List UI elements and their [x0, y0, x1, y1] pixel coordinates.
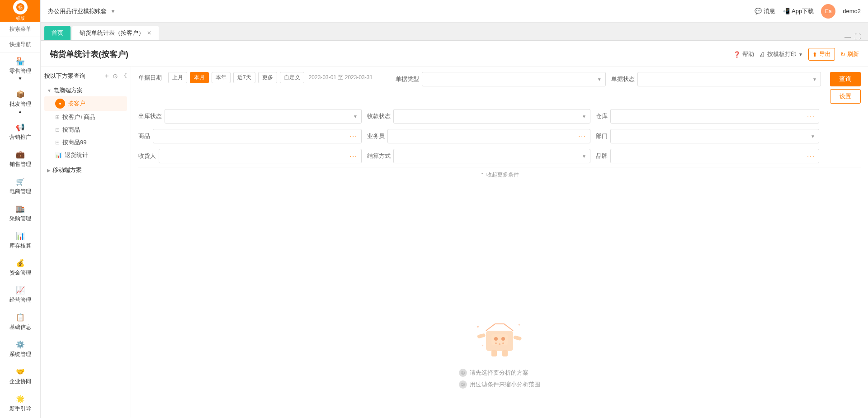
message-btn[interactable]: 💬 消息	[755, 7, 775, 15]
sidebar-item-finance[interactable]: 💰 资金管理	[0, 254, 40, 281]
scheme-item-return-stat-label: 退货统计	[65, 151, 88, 159]
doc-status-select[interactable]: ▼	[637, 72, 821, 86]
scheme-item-return-stat[interactable]: 📊 退货统计	[44, 149, 127, 162]
export-label: 导出	[819, 50, 831, 58]
sidebar-item-ecommerce[interactable]: 🛒 电商管理	[0, 173, 40, 200]
sidebar-item-purchase-label: 采购管理	[9, 215, 31, 223]
date-btn-last-7-days[interactable]: 近7天	[233, 72, 255, 83]
sidebar-item-inventory[interactable]: 📊 库存核算	[0, 227, 40, 254]
scheme-item-by-goods[interactable]: ⊟ 按商品	[44, 124, 127, 136]
sidebar-item-system[interactable]: ⚙️ 系统管理	[0, 336, 40, 363]
goods-select[interactable]: ···	[153, 129, 362, 143]
tab-minimize-icon[interactable]: —	[844, 33, 851, 40]
app-download-btn[interactable]: 📲 App下载	[783, 7, 814, 15]
date-btn-custom[interactable]: 自定义	[280, 72, 304, 83]
help-btn[interactable]: ❓ 帮助	[733, 50, 754, 58]
collect-status-select[interactable]: ▼	[393, 109, 590, 124]
tip-num-1: ①	[459, 369, 467, 377]
settle-method-select[interactable]: ▼	[393, 149, 590, 163]
sidebar-item-base-info-label: 基础信息	[9, 323, 31, 331]
marketing-icon: 📢	[16, 123, 25, 132]
wholesale-icon: 📦	[16, 90, 25, 99]
tab-sales-stat-label: 销货单统计表（按客户）	[80, 29, 144, 37]
tab-close-icon[interactable]: ✕	[147, 30, 151, 36]
svg-text:✦: ✦	[481, 344, 484, 347]
sidebar-quick-nav[interactable]: 快捷导航	[0, 37, 40, 52]
scheme-group-mobile-label: 移动端方案	[52, 166, 82, 174]
sidebar-item-finance-label: 资金管理	[9, 269, 31, 277]
dept-select[interactable]: ▼	[610, 129, 819, 143]
sidebar-item-operations[interactable]: 📈 经营管理	[0, 281, 40, 309]
scheme-item-by-goods-label: 按商品	[62, 126, 80, 134]
scheme-item-by-customer[interactable]: ● 按客户	[44, 96, 127, 111]
scheme-collapse-icon[interactable]: 《	[121, 72, 127, 80]
logo-icon: 畅	[13, 0, 28, 14]
svg-text:畅: 畅	[18, 5, 23, 10]
sidebar-item-newuser[interactable]: 🌟 新手引导	[0, 390, 40, 417]
print-icon: 🖨	[760, 51, 765, 58]
date-btn-this-month[interactable]: 本月	[190, 72, 209, 83]
tab-home[interactable]: 首页	[44, 26, 71, 40]
doc-type-select[interactable]: ▼	[422, 72, 605, 86]
out-status-select[interactable]: ▼	[165, 109, 362, 124]
message-label: 消息	[764, 7, 775, 15]
collapse-bar[interactable]: ⌃ 收起更多条件	[138, 167, 861, 182]
scheme-panel: 按以下方案查询 ＋ ⊙ 《 ▼ 电脑端方案	[41, 66, 131, 418]
warehouse-label: 仓库	[596, 112, 608, 120]
scheme-group-desktop: ▼ 电脑端方案 ● 按客户 ⊞ 按客户+商品	[44, 85, 127, 162]
refresh-label: 刷新	[847, 50, 859, 58]
brand-select[interactable]: ···	[610, 149, 819, 163]
sidebar-logo[interactable]: 畅 标版	[0, 0, 40, 22]
tip-text-2: 用过滤条件来缩小分析范围	[470, 379, 540, 390]
date-btn-last-month[interactable]: 上月	[168, 72, 187, 83]
scheme-item-by-goods-99-label: 按商品99	[62, 138, 86, 147]
sidebar-item-purchase[interactable]: 🏬 采购管理	[0, 200, 40, 227]
sidebar-search-menu[interactable]: 搜索菜单	[0, 22, 40, 37]
scheme-refresh-icon[interactable]: ⊙	[113, 72, 118, 80]
sidebar-item-sales-label: 销售管理	[9, 161, 31, 168]
sidebar-item-enterprise[interactable]: 🤝 企业协同	[0, 363, 40, 390]
date-btn-this-year[interactable]: 本年	[212, 72, 231, 83]
salesperson-select[interactable]: ···	[387, 129, 590, 143]
scheme-item-by-goods-99[interactable]: ⊟ 按商品99	[44, 136, 127, 149]
sidebar-item-marketing[interactable]: 📢 营销推广	[0, 119, 40, 146]
scheme-group-mobile-header[interactable]: ▶ 移动端方案	[44, 164, 127, 176]
sidebar-item-base-info[interactable]: 📋 基础信息	[0, 309, 40, 336]
setting-btn[interactable]: 设置	[830, 89, 861, 104]
scheme-group-desktop-header[interactable]: ▼ 电脑端方案	[44, 85, 127, 96]
tab-maximize-icon[interactable]: ⛶	[854, 33, 861, 40]
by-customer-icon: ●	[59, 101, 61, 106]
svg-point-5	[501, 337, 505, 341]
retail-icon: 🏪	[16, 57, 25, 66]
scheme-item-by-customer-goods[interactable]: ⊞ 按客户+商品	[44, 111, 127, 124]
empty-state: ✦ ✦ ✦ ① 请先选择要分析的方案 ② 用过滤条件来缩小分析范围	[131, 285, 868, 418]
warehouse-select[interactable]: ···	[610, 109, 819, 124]
enterprise-icon: 🤝	[16, 367, 25, 376]
avatar[interactable]: Ea	[821, 4, 835, 19]
filter-panel: 单据日期 上月 本月 本年 近7天 更多 自定义 2023-03-01 至 20…	[131, 66, 868, 285]
refresh-btn[interactable]: ↻ 刷新	[840, 50, 859, 58]
sidebar-item-sales[interactable]: 💼 销售管理	[0, 146, 40, 173]
receiver-label: 收货人	[138, 152, 156, 160]
export-btn[interactable]: ⬆ 导出	[808, 48, 835, 61]
sidebar-item-marketing-label: 营销推广	[9, 133, 31, 141]
app-download-icon: 📲	[783, 8, 790, 14]
doc-type-label: 单据类型	[396, 75, 419, 83]
svg-text:✦: ✦	[518, 323, 521, 327]
scheme-add-icon[interactable]: ＋	[104, 72, 110, 80]
sidebar-item-wholesale[interactable]: 📦 批发管理 ▲	[0, 86, 40, 119]
industry-dropdown[interactable]: ▼	[110, 8, 116, 14]
print-dropdown-icon[interactable]: ▼	[798, 52, 803, 57]
sidebar-item-retail[interactable]: 🏪 零售管理 ▼	[0, 52, 40, 86]
inventory-icon: 📊	[16, 232, 25, 240]
inner-layout: 按以下方案查询 ＋ ⊙ 《 ▼ 电脑端方案	[41, 66, 868, 418]
query-btn[interactable]: 查询	[830, 72, 861, 86]
receiver-select[interactable]: ···	[159, 149, 362, 163]
date-btn-more[interactable]: 更多	[258, 72, 277, 83]
out-status-label: 出库状态	[138, 112, 162, 120]
print-btn[interactable]: 🖨 按模板打印 ▼	[760, 50, 803, 58]
sales-icon: 💼	[16, 150, 25, 159]
page-actions: ❓ 帮助 🖨 按模板打印 ▼ ⬆ 导出 ↻ 刷新	[733, 48, 859, 61]
dept-label: 部门	[596, 132, 608, 140]
tab-sales-stat[interactable]: 销货单统计表（按客户） ✕	[72, 26, 159, 40]
